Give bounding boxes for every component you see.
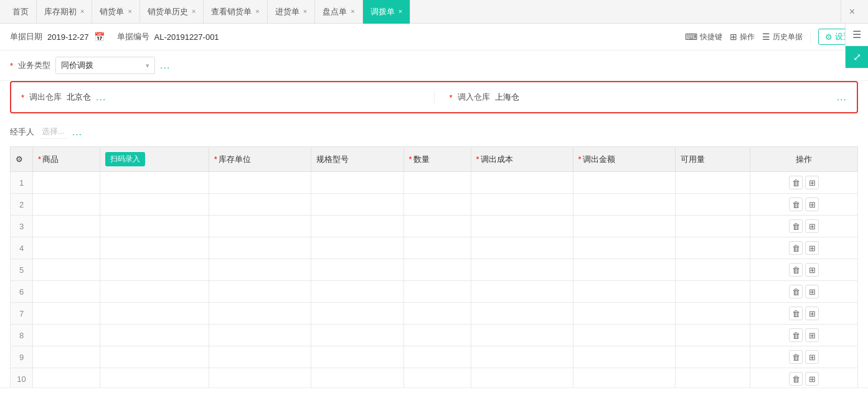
cell-amount[interactable] <box>573 194 675 216</box>
tab-view-sales[interactable]: 查看销货单 × <box>204 0 267 24</box>
copy-icon[interactable]: ⊞ <box>805 285 819 298</box>
cell-qty[interactable] <box>403 325 471 346</box>
cell-qty[interactable] <box>403 259 471 281</box>
cell-cost[interactable] <box>471 237 573 259</box>
cell-product[interactable] <box>33 325 100 346</box>
tab-view-sales-close[interactable]: × <box>255 8 259 15</box>
delete-icon[interactable]: 🗑 <box>789 263 803 277</box>
cell-cost[interactable] <box>471 194 573 216</box>
cell-qty[interactable] <box>403 237 471 259</box>
copy-icon[interactable]: ⊞ <box>805 176 819 189</box>
tab-home[interactable]: 首页 <box>5 0 37 24</box>
operation-action[interactable]: ⊞ 操作 <box>730 32 755 42</box>
cell-spec[interactable] <box>311 303 403 325</box>
cell-unit[interactable] <box>209 216 311 237</box>
business-type-more[interactable]: ... <box>160 60 170 71</box>
sidebar-expand-icon[interactable]: ⤢ <box>846 46 868 69</box>
cell-qty[interactable] <box>403 303 471 325</box>
cell-unit[interactable] <box>209 303 311 325</box>
tab-purchase-order[interactable]: 进货单 × <box>268 0 315 24</box>
cell-product[interactable] <box>33 368 100 388</box>
cell-spec[interactable] <box>311 194 403 216</box>
cell-cost[interactable] <box>471 281 573 303</box>
cell-qty[interactable] <box>403 172 471 194</box>
cell-cost[interactable] <box>471 172 573 194</box>
cell-product[interactable] <box>33 259 100 281</box>
delete-icon[interactable]: 🗑 <box>789 350 803 364</box>
history-action[interactable]: ☰ 历史单据 <box>762 32 803 42</box>
cell-product[interactable] <box>33 172 100 194</box>
business-type-select[interactable]: 同价调拨 ▾ <box>55 57 155 74</box>
tab-sales-order[interactable]: 销货单 × <box>92 0 139 24</box>
tab-transfer-order-close[interactable]: × <box>399 8 402 15</box>
cell-amount[interactable] <box>573 325 675 346</box>
tab-inventory-check-close[interactable]: × <box>351 8 354 15</box>
copy-icon[interactable]: ⊞ <box>805 307 819 320</box>
cell-qty[interactable] <box>403 194 471 216</box>
cell-spec[interactable] <box>311 346 403 368</box>
cell-spec[interactable] <box>311 216 403 237</box>
delete-icon[interactable]: 🗑 <box>789 241 803 255</box>
tab-transfer-order[interactable]: 调拨单 × <box>363 0 410 24</box>
cell-cost[interactable] <box>471 368 573 388</box>
cell-product[interactable] <box>33 281 100 303</box>
cell-unit[interactable] <box>209 325 311 346</box>
cell-unit[interactable] <box>209 281 311 303</box>
scan-button[interactable]: 扫码录入 <box>105 152 145 166</box>
cell-spec[interactable] <box>311 172 403 194</box>
delete-icon[interactable]: 🗑 <box>789 176 803 189</box>
cell-qty[interactable] <box>403 216 471 237</box>
delete-icon[interactable]: 🗑 <box>789 219 803 233</box>
cell-qty[interactable] <box>403 281 471 303</box>
cell-cost[interactable] <box>471 346 573 368</box>
cell-amount[interactable] <box>573 259 675 281</box>
cell-amount[interactable] <box>573 172 675 194</box>
warehouse-in-more[interactable]: ... <box>837 92 847 103</box>
cell-unit[interactable] <box>209 237 311 259</box>
delete-icon[interactable]: 🗑 <box>789 285 803 298</box>
cell-unit[interactable] <box>209 194 311 216</box>
cell-spec[interactable] <box>311 237 403 259</box>
tab-sales-order-close[interactable]: × <box>128 8 131 15</box>
cell-spec[interactable] <box>311 281 403 303</box>
cell-amount[interactable] <box>573 216 675 237</box>
cell-spec[interactable] <box>311 325 403 346</box>
cell-product[interactable] <box>33 194 100 216</box>
warehouse-out-more[interactable]: ... <box>96 92 106 103</box>
cell-unit[interactable] <box>209 259 311 281</box>
cell-product[interactable] <box>33 346 100 368</box>
cell-amount[interactable] <box>573 368 675 388</box>
cell-cost[interactable] <box>471 303 573 325</box>
cell-cost[interactable] <box>471 216 573 237</box>
delete-icon[interactable]: 🗑 <box>789 328 803 342</box>
delete-icon[interactable]: 🗑 <box>789 372 803 386</box>
cell-qty[interactable] <box>403 368 471 388</box>
shortcut-action[interactable]: ⌨ 快捷键 <box>685 32 722 42</box>
copy-icon[interactable]: ⊞ <box>805 328 819 342</box>
tab-sales-history[interactable]: 销货单历史 × <box>140 0 204 24</box>
tab-inventory-check[interactable]: 盘点单 × <box>315 0 362 24</box>
cell-amount[interactable] <box>573 281 675 303</box>
calendar-icon[interactable]: 📅 <box>94 32 105 42</box>
th-gear[interactable]: ⚙ <box>11 147 33 172</box>
cell-spec[interactable] <box>311 368 403 388</box>
window-close-button[interactable]: × <box>841 0 863 24</box>
cell-product[interactable] <box>33 216 100 237</box>
copy-icon[interactable]: ⊞ <box>805 372 819 386</box>
cell-product[interactable] <box>33 237 100 259</box>
copy-icon[interactable]: ⊞ <box>805 350 819 364</box>
delete-icon[interactable]: 🗑 <box>789 198 803 211</box>
cell-amount[interactable] <box>573 346 675 368</box>
person-more[interactable]: ... <box>72 126 82 138</box>
cell-unit[interactable] <box>209 368 311 388</box>
sidebar-list-icon[interactable]: ☰ <box>846 24 868 46</box>
tab-inventory-init[interactable]: 库存期初 × <box>37 0 92 24</box>
cell-unit[interactable] <box>209 346 311 368</box>
person-input[interactable]: 选择... <box>39 125 67 139</box>
delete-icon[interactable]: 🗑 <box>789 307 803 320</box>
cell-amount[interactable] <box>573 237 675 259</box>
cell-cost[interactable] <box>471 325 573 346</box>
copy-icon[interactable]: ⊞ <box>805 219 819 233</box>
tab-inventory-init-close[interactable]: × <box>80 8 84 15</box>
cell-cost[interactable] <box>471 259 573 281</box>
